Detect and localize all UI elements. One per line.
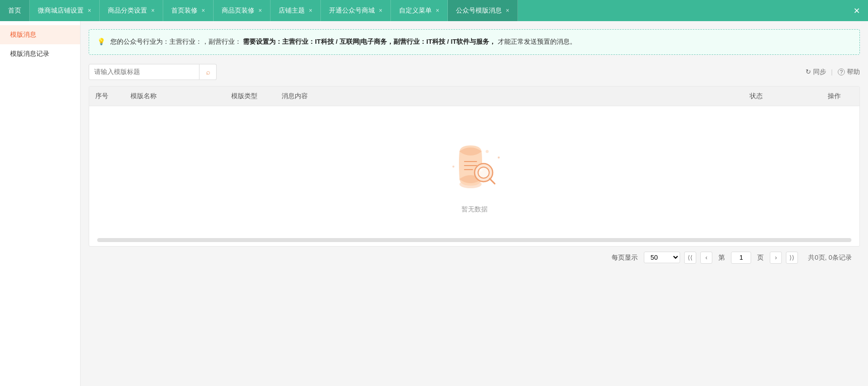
tab-home[interactable]: 首页 — [0, 0, 30, 21]
tab-category-settings[interactable]: 商品分类设置 × — [100, 0, 163, 21]
sync-icon: ↻ — [806, 68, 811, 75]
sync-button[interactable]: ↻ 同步 — [806, 67, 826, 76]
notice-suffix: 才能正常发送预置的消息。 — [498, 38, 576, 45]
last-page-button[interactable]: ⟩⟩ — [786, 252, 798, 264]
tab-open-mall-close[interactable]: × — [379, 7, 382, 14]
tab-homepage-decoration-label: 首页装修 — [171, 6, 197, 15]
prev-page-button[interactable]: ‹ — [700, 252, 712, 264]
search-icon: ⌕ — [206, 68, 210, 76]
tab-shop-settings-close[interactable]: × — [88, 7, 91, 14]
tab-category-settings-label: 商品分类设置 — [108, 6, 147, 15]
empty-text: 暂无数据 — [461, 205, 488, 214]
search-button[interactable]: ⌕ — [199, 64, 217, 80]
sync-label: 同步 — [813, 67, 826, 76]
sidebar: 模版消息 模版消息记录 — [0, 21, 81, 386]
sidebar-item-template-log[interactable]: 模版消息记录 — [0, 44, 80, 63]
sidebar-item-template-msg[interactable]: 模版消息 — [0, 25, 80, 44]
notice-highlight: 需要设置为：主营行业：IT科技 / 互联网|电子商务，副营行业：IT科技 / I… — [243, 38, 496, 45]
tab-shop-settings[interactable]: 微商城店铺设置 × — [30, 0, 100, 21]
svg-point-7 — [480, 169, 483, 172]
th-content: 消息内容 — [276, 87, 744, 106]
tab-open-mall-label: 开通公众号商城 — [329, 6, 375, 15]
first-page-button[interactable]: ⟨⟨ — [684, 252, 696, 264]
search-input[interactable] — [89, 64, 199, 80]
sidebar-item-template-log-label: 模版消息记录 — [10, 50, 49, 57]
table: 序号 模版名称 模版类型 消息内容 状态 操作 — [89, 86, 860, 247]
search-right: ↻ 同步 | ? 帮助 — [806, 67, 860, 76]
tab-shop-theme[interactable]: 店铺主题 × — [271, 0, 321, 21]
tab-product-decoration-close[interactable]: × — [258, 7, 262, 14]
notice-box: 💡 您的公众号行业为：主营行业：，副营行业： 需要设置为：主营行业：IT科技 /… — [89, 29, 860, 55]
help-icon: ? — [838, 68, 845, 75]
search-bar: ⌕ ↻ 同步 | ? 帮助 — [89, 64, 860, 80]
sidebar-item-template-msg-label: 模版消息 — [10, 31, 36, 38]
tab-home-label: 首页 — [8, 6, 21, 15]
svg-line-6 — [490, 179, 495, 184]
tab-shop-theme-close[interactable]: × — [309, 7, 312, 14]
page-prefix: 第 — [718, 253, 725, 262]
page-label: 页 — [757, 253, 764, 262]
tab-homepage-decoration-close[interactable]: × — [202, 7, 205, 14]
tab-custom-menu-label: 自定义菜单 — [399, 6, 432, 15]
th-seq: 序号 — [89, 87, 124, 106]
th-name: 模版名称 — [124, 87, 225, 106]
svg-point-10 — [486, 150, 489, 153]
help-button[interactable]: ? 帮助 — [838, 67, 860, 76]
page-input[interactable] — [731, 252, 751, 264]
tab-shop-settings-label: 微商城店铺设置 — [38, 6, 84, 15]
tab-shop-theme-label: 店铺主题 — [279, 6, 305, 15]
tab-homepage-decoration[interactable]: 首页装修 × — [163, 0, 214, 21]
tab-open-mall[interactable]: 开通公众号商城 × — [321, 0, 391, 21]
total-info: 共0页, 0条记录 — [808, 253, 852, 262]
top-nav: 首页 微商城店铺设置 × 商品分类设置 × 首页装修 × 商品页装修 × 店铺主… — [0, 0, 868, 21]
tab-template-msg[interactable]: 公众号模版消息 × — [448, 0, 518, 21]
th-status: 状态 — [744, 87, 809, 106]
pagination: 每页显示 50 10 20 100 ⟨⟨ ‹ 第 页 › ⟩⟩ 共0页, 0条记… — [89, 247, 860, 272]
main-content: 💡 您的公众号行业为：主营行业：，副营行业： 需要设置为：主营行业：IT科技 /… — [81, 21, 868, 386]
empty-illustration — [444, 136, 505, 197]
th-type: 模版类型 — [225, 87, 276, 106]
table-header: 序号 模版名称 模版类型 消息内容 状态 操作 — [89, 87, 859, 106]
tab-template-msg-close[interactable]: × — [506, 7, 509, 14]
svg-point-9 — [452, 166, 454, 168]
empty-state: 暂无数据 — [89, 106, 859, 234]
search-left: ⌕ — [89, 64, 217, 80]
tab-custom-menu-close[interactable]: × — [436, 7, 439, 14]
horizontal-scrollbar[interactable] — [97, 238, 851, 242]
help-label: 帮助 — [847, 67, 860, 76]
notice-prefix: 您的公众号行业为：主营行业：，副营行业： — [110, 38, 241, 45]
tab-product-decoration-label: 商品页装修 — [222, 6, 254, 15]
layout: 模版消息 模版消息记录 💡 您的公众号行业为：主营行业：，副营行业： 需要设置为… — [0, 21, 868, 386]
divider: | — [831, 68, 833, 75]
page-size-select[interactable]: 50 10 20 100 — [644, 252, 680, 263]
svg-point-5 — [478, 167, 489, 178]
tab-product-decoration[interactable]: 商品页装修 × — [214, 0, 271, 21]
global-close-button[interactable]: ✕ — [845, 6, 868, 16]
notice-icon: 💡 — [97, 38, 105, 45]
tab-template-msg-label: 公众号模版消息 — [456, 6, 502, 15]
next-page-button[interactable]: › — [770, 252, 782, 264]
tab-custom-menu[interactable]: 自定义菜单 × — [391, 0, 448, 21]
th-action: 操作 — [809, 87, 859, 106]
tab-category-settings-close[interactable]: × — [151, 7, 155, 14]
svg-point-8 — [498, 157, 500, 159]
page-size-label: 每页显示 — [612, 253, 638, 262]
